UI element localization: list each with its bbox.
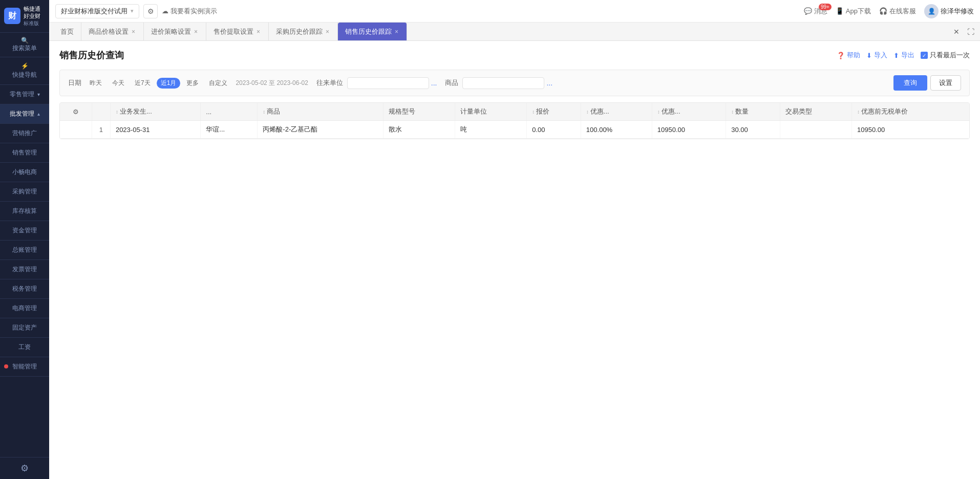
query-button[interactable]: 查询 — [893, 75, 927, 91]
source-input-wrap: ... — [347, 77, 437, 89]
tab-purchase-strategy[interactable]: 进价策略设置 × — [144, 23, 206, 40]
wholesale-arrow-icon: ▴ — [37, 111, 40, 117]
col-spec-label: 规格型号 — [389, 107, 415, 116]
import-link[interactable]: ⬇ 导入 — [866, 51, 887, 60]
tab-purchase-history-label: 采购历史价跟踪 — [276, 27, 323, 36]
sidebar-item-finance[interactable]: 资金管理 — [0, 221, 49, 241]
data-table: ⚙ ↕ 业务发生... ... — [60, 103, 969, 139]
row-settings-cell — [60, 121, 92, 139]
sidebar-item-ecommerce-small[interactable]: 小畅电商 — [0, 163, 49, 182]
settings-button[interactable]: 设置 — [930, 75, 961, 91]
col-goods-label: 商品 — [267, 107, 280, 116]
goods-input-wrap: ... — [462, 77, 552, 89]
sidebar-settings-button[interactable]: ⚙ — [0, 457, 49, 479]
version-selector[interactable]: 好业财标准版交付试用 ▾ — [55, 4, 139, 18]
sidebar-item-purchase[interactable]: 采购管理 — [0, 182, 49, 202]
tab-sales-history-close[interactable]: × — [394, 28, 399, 35]
only-last-checkbox[interactable]: ✓ 只看最后一次 — [921, 51, 970, 60]
tab-purchase-history[interactable]: 采购历史价跟踪 × — [269, 23, 338, 40]
app-download-button[interactable]: 📱 App下载 — [836, 7, 871, 16]
col-discount-rate-sort-icon[interactable]: ↕ — [586, 109, 589, 115]
sidebar-item-smart[interactable]: 智能管理 — [0, 357, 49, 377]
table-row[interactable]: 1 2023-05-31 华谊... 丙烯酸-2-乙基己酯 散水 吨 0.00 … — [60, 121, 969, 139]
col-settings[interactable]: ⚙ — [60, 103, 92, 121]
row-discount-rate-cell: 100.00% — [581, 121, 652, 139]
sidebar-item-sales[interactable]: 销售管理 — [0, 143, 49, 163]
date-filter-group: 日期 昨天 今天 近7天 近1月 更多 自定义 2023-05-02 至 202… — [68, 78, 308, 89]
quick-nav-icon: ⚡ — [21, 62, 29, 70]
row-num-cell: 1 — [92, 121, 110, 139]
tab-price-extract-close[interactable]: × — [255, 28, 261, 35]
date-btn-7days[interactable]: 近7天 — [131, 78, 155, 89]
date-btn-more[interactable]: 更多 — [182, 78, 203, 89]
topbar-settings-button[interactable]: ⚙ — [143, 4, 158, 18]
col-price-sort-icon[interactable]: ↕ — [532, 109, 535, 115]
date-btn-yesterday[interactable]: 昨天 — [86, 78, 106, 89]
col-unit: 计量单位 — [455, 103, 527, 121]
topbar: 好业财标准版交付试用 ▾ ⚙ ☁ 我要看实例演示 💬 消息 99+ 📱 App下… — [49, 0, 980, 23]
sidebar-item-quick-nav[interactable]: ⚡ 快捷导航 — [0, 57, 49, 85]
row-pretax-price-cell: 10950.00 — [851, 121, 969, 139]
sidebar-item-ecommerce[interactable]: 电商管理 — [0, 299, 49, 318]
row-discount-price-cell: 10950.00 — [652, 121, 726, 139]
col-more: ... — [201, 103, 258, 121]
col-transaction-type-label: 交易类型 — [785, 107, 812, 116]
demo-link[interactable]: ☁ 我要看实例演示 — [162, 7, 217, 16]
col-transaction-type: 交易类型 — [780, 103, 851, 121]
sales-label: 销售管理 — [12, 148, 37, 157]
sidebar-item-fixed-assets[interactable]: 固定资产 — [0, 318, 49, 338]
sidebar-item-general-ledger[interactable]: 总账管理 — [0, 241, 49, 260]
smart-label: 智能管理 — [12, 362, 37, 371]
app-logo: 财 畅捷通好业财 标准版 — [0, 0, 49, 33]
sidebar-item-marketing[interactable]: 营销推广 — [0, 124, 49, 143]
sidebar-item-payroll[interactable]: 工资 — [0, 338, 49, 357]
col-pretax-price-sort-icon[interactable]: ↕ — [857, 109, 860, 115]
sidebar-item-invoice[interactable]: 发票管理 — [0, 260, 49, 279]
col-goods: ↕ 商品 — [258, 103, 384, 121]
goods-input[interactable] — [462, 77, 544, 89]
date-btn-custom[interactable]: 自定义 — [205, 78, 231, 89]
date-btn-today[interactable]: 今天 — [108, 78, 129, 89]
row-unit-cell: 吨 — [455, 121, 527, 139]
logo-subtitle: 标准版 — [24, 20, 45, 27]
row-spec-cell: 散水 — [383, 121, 455, 139]
page-header: 销售历史价查询 ❓ 帮助 ⬇ 导入 ⬆ 导出 ✓ 只看最后一次 — [59, 49, 970, 61]
col-business-date: ↕ 业务发生... — [110, 103, 200, 121]
source-ellipsis-button[interactable]: ... — [431, 79, 437, 87]
tab-price-label: 商品价格设置 — [89, 27, 129, 36]
tab-sales-history[interactable]: 销售历史价跟踪 × — [338, 23, 407, 40]
col-discount-price-label: 优惠... — [662, 107, 680, 116]
payroll-label: 工资 — [18, 343, 31, 352]
logo-icon: 财 — [4, 8, 20, 24]
col-business-date-sort-icon[interactable]: ↕ — [116, 109, 118, 115]
col-business-date-label: 业务发生... — [120, 107, 152, 116]
tab-purchase-strategy-close[interactable]: × — [193, 28, 199, 35]
col-discount-price-sort-icon[interactable]: ↕ — [657, 109, 660, 115]
window-close-button[interactable]: ✕ — [951, 27, 962, 37]
message-button[interactable]: 💬 消息 99+ — [804, 7, 827, 16]
source-input[interactable] — [347, 77, 429, 89]
col-goods-sort-icon[interactable]: ↕ — [263, 109, 265, 115]
online-service-button[interactable]: 🎧 在线客服 — [879, 7, 916, 16]
sidebar-item-retail[interactable]: 零售管理 ▾ — [0, 85, 49, 104]
tab-home[interactable]: 首页 — [53, 23, 81, 40]
help-link[interactable]: ❓ 帮助 — [837, 51, 860, 60]
col-pretax-price: ↕ 优惠前无税单价 — [851, 103, 969, 121]
row-more-cell: 华谊... — [201, 121, 258, 139]
sidebar-item-inventory[interactable]: 库存核算 — [0, 202, 49, 221]
tab-price-close[interactable]: × — [131, 28, 136, 35]
tab-price-extract[interactable]: 售价提取设置 × — [206, 23, 269, 40]
goods-filter-group: 商品 ... — [445, 77, 552, 89]
tab-purchase-history-close[interactable]: × — [325, 28, 330, 35]
col-qty-sort-icon[interactable]: ↕ — [731, 109, 734, 115]
sidebar-search[interactable]: 🔍 搜索菜单 — [0, 33, 49, 57]
date-range-text: 2023-05-02 至 2023-06-02 — [236, 79, 308, 88]
sidebar-item-wholesale[interactable]: 批发管理 ▴ — [0, 104, 49, 124]
sidebar-item-tax[interactable]: 税务管理 — [0, 279, 49, 299]
window-maximize-button[interactable]: ⛶ — [966, 27, 976, 37]
date-btn-1month[interactable]: 近1月 — [157, 78, 181, 89]
tab-price[interactable]: 商品价格设置 × — [81, 23, 144, 40]
goods-ellipsis-button[interactable]: ... — [546, 79, 552, 87]
user-menu[interactable]: 👤 徐泽华修改 — [924, 4, 974, 18]
export-link[interactable]: ⬆ 导出 — [893, 51, 914, 60]
